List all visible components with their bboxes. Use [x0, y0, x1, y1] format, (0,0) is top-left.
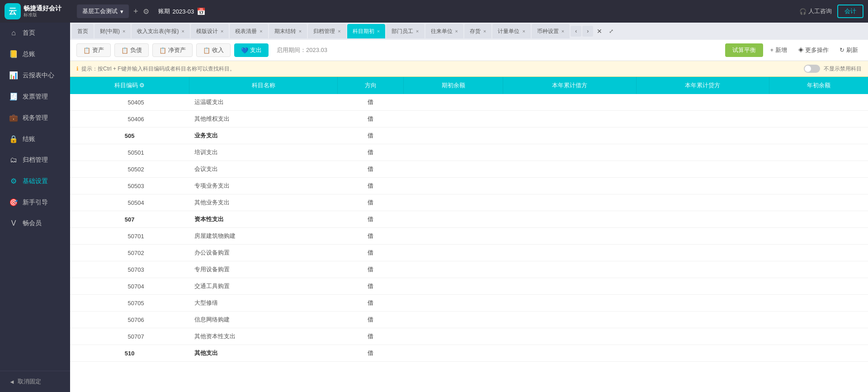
- table-row[interactable]: 510 其他支出 借: [70, 345, 868, 362]
- cell-ytd-credit: [636, 144, 769, 161]
- more-btn[interactable]: ◈ 更多操作: [794, 44, 833, 56]
- table-row[interactable]: 50704 交通工具购置 借: [70, 278, 868, 295]
- tab-next-btn[interactable]: ›: [582, 26, 593, 37]
- sub-tab-net-asset[interactable]: 📋 净资产: [152, 43, 193, 57]
- tab-archive-close[interactable]: ×: [338, 28, 340, 34]
- tab-prev-btn[interactable]: ‹: [571, 26, 581, 37]
- tab-tax-close[interactable]: ×: [259, 28, 262, 34]
- cell-name: 办公设备购置: [189, 245, 338, 261]
- cell-code: 50706: [70, 312, 189, 328]
- sidebar-label-tax: 税务管理: [23, 114, 48, 122]
- table-row[interactable]: 50706 信息网络购建 借: [70, 312, 868, 328]
- sidebar-collapse-btn[interactable]: ◄ 取消固定: [0, 371, 70, 392]
- tab-inventory[interactable]: 存货 ×: [464, 24, 491, 38]
- sidebar-item-member[interactable]: V 畅会员: [0, 213, 70, 234]
- table-row[interactable]: 50405 运温暖支出 借: [70, 94, 868, 111]
- tab-home-label: 首页: [77, 28, 88, 35]
- cell-ytd-debit: [503, 228, 636, 245]
- table-row[interactable]: 50705 大型修缮 借: [70, 295, 868, 312]
- sidebar-item-close[interactable]: 🔒 结账: [0, 128, 70, 150]
- project-selector[interactable]: 基层工会测试 ▾: [77, 5, 129, 18]
- sidebar-item-archive[interactable]: 🗂 归档管理: [0, 150, 70, 170]
- app-version: 标准版: [24, 12, 61, 18]
- tab-template-close[interactable]: ×: [221, 28, 223, 34]
- table-row[interactable]: 50703 专用设备购置 借: [70, 261, 868, 278]
- sub-tab-income[interactable]: 📋 收入: [196, 43, 231, 57]
- hint-left: ℹ 提示：按Ctrl + F键并输入科目编码或者科目名称可以查找科目。: [76, 65, 235, 73]
- sidebar-item-reports[interactable]: 📊 云报表中心: [0, 65, 70, 86]
- add-btn[interactable]: + 新增: [767, 44, 791, 56]
- table-row[interactable]: 50702 办公设备购置 借: [70, 245, 868, 261]
- table-row[interactable]: 505 业务支出 借: [70, 128, 868, 144]
- tab-customer-close[interactable]: ×: [455, 28, 458, 34]
- sidebar-label-archive: 归档管理: [23, 156, 48, 164]
- tab-currency[interactable]: 币种设置 ×: [532, 24, 570, 38]
- disable-toggle[interactable]: [804, 65, 820, 73]
- tab-income-report[interactable]: 收入支出表(年报) ×: [132, 24, 189, 38]
- tab-unit[interactable]: 计量单位 ×: [492, 24, 530, 38]
- period-value: 2023-03: [173, 8, 194, 15]
- table-row[interactable]: 50707 其他资本性支出 借: [70, 328, 868, 345]
- sidebar-item-tax[interactable]: 💼 税务管理: [0, 107, 70, 128]
- sidebar-item-basic[interactable]: ⚙ 基础设置: [0, 170, 70, 192]
- sidebar-item-ledger[interactable]: 📒 总账: [0, 43, 70, 65]
- tab-income-report-close[interactable]: ×: [181, 28, 184, 34]
- tab-dept-close[interactable]: ×: [416, 28, 419, 34]
- cell-ytd-debit: [503, 178, 636, 194]
- table-row[interactable]: 50406 其他维权支出 借: [70, 111, 868, 128]
- refresh-btn[interactable]: ↻ 刷新: [836, 44, 862, 56]
- account-button[interactable]: 会计: [837, 5, 863, 18]
- support-button[interactable]: 🎧 人工咨询: [799, 7, 832, 15]
- cell-balance: [404, 211, 503, 228]
- sub-tab-expense[interactable]: 💙 支出: [234, 43, 269, 57]
- cell-name: 其他资本性支出: [189, 328, 338, 345]
- tab-subject-init-close[interactable]: ×: [377, 28, 380, 34]
- table-row[interactable]: 50501 培训支出 借: [70, 144, 868, 161]
- tab-currency-close[interactable]: ×: [561, 28, 564, 34]
- table-container: 科目编码 ⚙ 科目名称 方向 期初余额 本年累计借方 本年累计贷方 年初余额 5…: [70, 77, 868, 392]
- tab-tax[interactable]: 税表清册 ×: [230, 24, 268, 38]
- tab-expand-btn[interactable]: ⤢: [606, 26, 617, 37]
- tab-inventory-close[interactable]: ×: [483, 28, 486, 34]
- sub-tab-asset[interactable]: 📋 资产: [76, 43, 111, 57]
- table-row[interactable]: 50701 房屋建筑物购建 借: [70, 228, 868, 245]
- ledger-icon: 📒: [9, 50, 18, 58]
- tab-close-all-btn[interactable]: ✕: [594, 26, 605, 37]
- calendar-icon[interactable]: 📅: [197, 7, 206, 16]
- tab-home[interactable]: 首页: [72, 24, 94, 38]
- cell-balance: [404, 228, 503, 245]
- tab-period-close-close[interactable]: ×: [299, 28, 302, 34]
- col-direction: 方向: [338, 77, 404, 94]
- sidebar-item-guide[interactable]: 🎯 新手引导: [0, 192, 70, 213]
- table-row[interactable]: 507 资本性支出 借: [70, 211, 868, 228]
- table-row[interactable]: 50503 专项业务支出 借: [70, 178, 868, 194]
- member-icon: V: [9, 219, 18, 227]
- table-row[interactable]: 50502 会议支出 借: [70, 161, 868, 178]
- cell-direction: 借: [338, 312, 404, 328]
- sidebar-item-home[interactable]: ⌂ 首页: [0, 23, 70, 43]
- table-row[interactable]: 50504 其他业务支出 借: [70, 194, 868, 211]
- tab-template[interactable]: 模版设计 ×: [191, 24, 229, 38]
- col-ytd-credit: 本年累计贷方: [636, 77, 769, 94]
- tab-unit-close[interactable]: ×: [522, 28, 525, 34]
- sub-tab-liability[interactable]: 📋 负债: [114, 43, 149, 57]
- cell-ytd-debit: [503, 345, 636, 362]
- tab-subject-init[interactable]: 科目期初 ×: [347, 24, 385, 38]
- tab-period-close-label: 期末结转: [274, 28, 296, 35]
- add-project-btn[interactable]: +: [133, 7, 138, 16]
- cell-balance: [404, 178, 503, 194]
- cell-begin-balance: [769, 295, 868, 312]
- settings-btn[interactable]: ⚙: [143, 7, 149, 16]
- tab-customer[interactable]: 往来单位 ×: [425, 24, 463, 38]
- cell-ytd-credit: [636, 128, 769, 144]
- cell-begin-balance: [769, 128, 868, 144]
- sidebar-label-guide: 新手引导: [23, 198, 48, 207]
- calc-balance-btn[interactable]: 试算平衡: [725, 43, 763, 57]
- tab-dept[interactable]: 部门员工 ×: [386, 24, 424, 38]
- tab-archive[interactable]: 归档管理 ×: [308, 24, 346, 38]
- tab-mid[interactable]: 财(中期) ×: [94, 24, 131, 38]
- tab-mid-close[interactable]: ×: [123, 28, 125, 34]
- tab-period-close[interactable]: 期末结转 ×: [269, 24, 307, 38]
- cell-code: 50704: [70, 278, 189, 295]
- sidebar-item-invoice[interactable]: 🧾 发票管理: [0, 86, 70, 107]
